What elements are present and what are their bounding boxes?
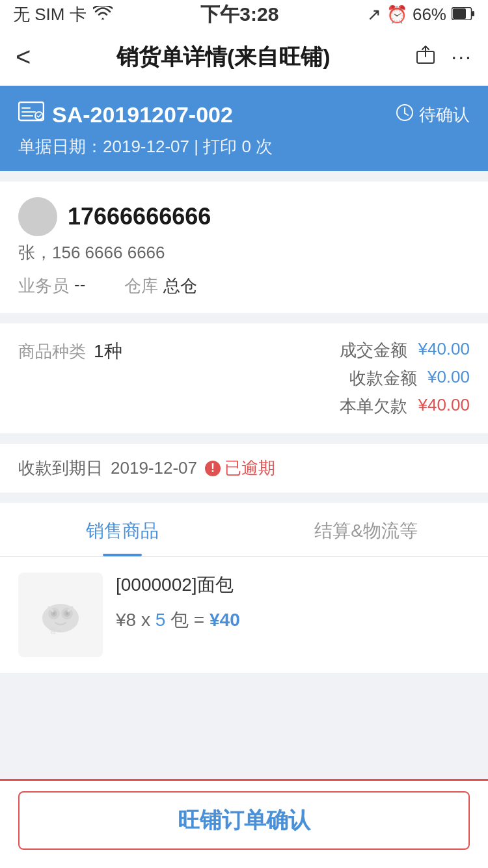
order-header: SA-20191207-002 待确认 单据日期：2019-12-07 | 打印…	[0, 86, 488, 171]
salesperson-label: 业务员	[18, 275, 69, 297]
product-unit: 包	[170, 610, 189, 630]
tab-products[interactable]: 销售商品	[0, 503, 244, 556]
product-formula: ¥8 x 5 包 = ¥40	[116, 608, 470, 632]
product-price: ¥8	[116, 610, 136, 630]
share-icon[interactable]	[416, 45, 435, 69]
order-icon	[18, 102, 44, 128]
overdue-badge: ! 已逾期	[205, 457, 275, 480]
alarm-icon: ⏰	[386, 5, 407, 25]
overdue-text: 已逾期	[224, 457, 275, 480]
svg-rect-1	[472, 11, 474, 16]
confirm-wangpu-button[interactable]: 旺铺订单确认	[18, 791, 470, 850]
summary-right: 成交金额 ¥40.00 收款金额 ¥0.00 本单欠款 ¥40.00	[340, 339, 470, 418]
multiply-sign: x	[141, 610, 156, 630]
warehouse-label: 仓库	[124, 275, 158, 297]
nav-actions: ···	[416, 45, 472, 69]
product-type-value: 1种	[94, 339, 122, 364]
no-sim-text: 无 SIM 卡	[13, 3, 87, 26]
owed-amount-value: ¥40.00	[418, 395, 470, 418]
status-bar: 无 SIM 卡 下午3:28 ↗ ⏰ 66%	[0, 0, 488, 29]
nav-bar: < 销货单详情(来自旺铺) ···	[0, 29, 488, 86]
svg-rect-2	[453, 8, 466, 19]
customer-name: 张，156 6666 6666	[18, 241, 470, 264]
product-type-label: 商品种类	[18, 340, 86, 363]
tabs-row: 销售商品 结算&物流等	[0, 503, 488, 557]
battery-text: 66%	[413, 5, 446, 25]
product-name: [0000002]面包	[116, 573, 470, 597]
page-title: 销货单详情(来自旺铺)	[116, 42, 331, 72]
order-status: 待确认	[396, 103, 470, 126]
product-thumbnail: 管+	[18, 573, 103, 657]
equals-sign: =	[194, 610, 210, 630]
customer-card: 17666666666 张，156 6666 6666 业务员 -- 仓库 总仓	[0, 182, 488, 313]
owed-amount-row: 本单欠款 ¥40.00	[340, 395, 470, 418]
bottom-spacer	[0, 673, 488, 790]
svg-text:管+: 管+	[49, 626, 61, 634]
bottom-bar: 旺铺订单确认	[0, 779, 488, 868]
due-date-label: 收款到期日	[18, 457, 103, 480]
received-amount-value: ¥0.00	[427, 367, 470, 390]
warehouse-item: 仓库 总仓	[124, 275, 197, 297]
warehouse-value: 总仓	[163, 275, 197, 297]
tab-settlement[interactable]: 结算&物流等	[244, 503, 488, 556]
more-icon[interactable]: ···	[451, 45, 472, 69]
tabs-section: 销售商品 结算&物流等 管+ [0000002]面包	[0, 503, 488, 673]
svg-point-13	[53, 612, 55, 615]
svg-point-7	[32, 208, 44, 219]
received-amount-row: 收款金额 ¥0.00	[340, 367, 470, 390]
customer-meta: 业务员 -- 仓库 总仓	[18, 275, 470, 297]
summary-card: 商品种类 1种 成交金额 ¥40.00 收款金额 ¥0.00 本单欠款 ¥40.…	[0, 323, 488, 433]
status-left: 无 SIM 卡	[13, 3, 113, 26]
battery-icon	[452, 5, 475, 25]
deal-amount-value: ¥40.00	[418, 339, 470, 362]
deal-amount-row: 成交金额 ¥40.00	[340, 339, 470, 362]
wifi-icon	[93, 5, 113, 25]
clock-icon	[396, 103, 414, 126]
avatar	[18, 197, 57, 236]
order-id: SA-20191207-002	[18, 102, 233, 128]
received-amount-label: 收款金额	[349, 367, 417, 390]
product-item: 管+ [0000002]面包 ¥8 x 5 包 = ¥40	[0, 557, 488, 673]
product-total: ¥40	[210, 610, 240, 630]
svg-point-14	[66, 612, 68, 615]
status-time: 下午3:28	[200, 1, 278, 28]
due-date-row: 收款到期日 2019-12-07 ! 已逾期	[0, 444, 488, 493]
deal-amount-label: 成交金额	[340, 339, 407, 362]
salesperson-value: --	[74, 275, 85, 297]
location-icon: ↗	[367, 5, 381, 25]
overdue-dot-icon: !	[205, 461, 221, 476]
summary-left: 商品种类 1种	[18, 339, 122, 364]
due-date-value: 2019-12-07	[111, 458, 197, 478]
product-info: [0000002]面包 ¥8 x 5 包 = ¥40	[116, 573, 470, 632]
status-right: ↗ ⏰ 66%	[367, 5, 475, 25]
customer-phone-row: 17666666666	[18, 197, 470, 236]
product-quantity: 5	[156, 610, 166, 630]
owed-amount-label: 本单欠款	[340, 395, 407, 418]
salesperson-item: 业务员 --	[18, 275, 85, 297]
back-button[interactable]: <	[16, 42, 31, 72]
order-date: 单据日期：2019-12-07 | 打印 0 次	[18, 135, 470, 158]
